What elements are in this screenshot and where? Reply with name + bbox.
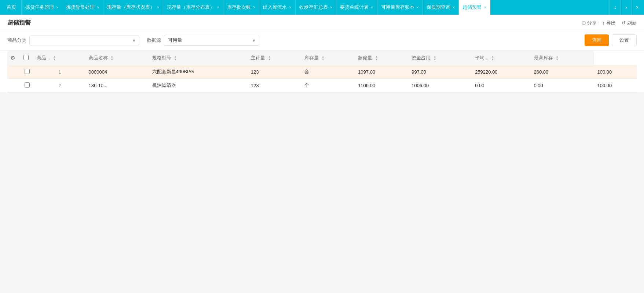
filter-bar: 商品分类 ▾ 数据源 可用量 ▾ 查询 设置 xyxy=(0,30,644,51)
row-stock: 1106.00 xyxy=(355,79,409,92)
th-spec[interactable]: 规格型号 ▲▼ xyxy=(149,51,248,65)
nav-tab-3-close[interactable]: × xyxy=(217,5,219,10)
datasource-filter: 数据源 可用量 ▾ xyxy=(147,35,259,46)
datasource-select[interactable]: 可用量 ▾ xyxy=(164,35,259,46)
datasource-label: 数据源 xyxy=(147,37,161,44)
nav-tab-7-close[interactable]: × xyxy=(371,5,373,10)
filter-buttons: 查询 设置 xyxy=(585,34,637,46)
nav-tab-0-close[interactable]: × xyxy=(56,5,58,10)
nav-tab-4[interactable]: 库存批次账 × xyxy=(223,0,259,15)
nav-tab-8[interactable]: 可用量库存账本 × xyxy=(377,0,423,15)
row-checkbox-cell xyxy=(21,65,34,79)
nav-tab-10-close[interactable]: × xyxy=(484,5,486,10)
th-gear: ⚙ xyxy=(7,51,21,65)
row-capital: 259220.00 xyxy=(472,65,531,79)
row-num: 2 xyxy=(34,79,86,92)
row-checkbox-cell xyxy=(21,79,34,92)
product-category-select[interactable]: ▾ xyxy=(29,36,139,45)
row-capital: 0.00 xyxy=(472,79,531,92)
row-product-code: 186-10... xyxy=(86,79,149,92)
row-checkbox-0[interactable] xyxy=(25,69,30,74)
th-product-name[interactable]: 商品名称 ▲▼ xyxy=(86,51,149,65)
nav-bar: 首页 拣货任务管理 × 拣货异常处理 × 现存量（库存状况表） × 现存量（库存… xyxy=(0,0,644,15)
th-capital[interactable]: 资金占用 ▲▼ xyxy=(409,51,472,65)
row-product-name: 六配套新昌490BPG xyxy=(149,65,248,79)
row-unit: 套 xyxy=(301,65,355,79)
product-category-label: 商品分类 xyxy=(7,37,26,44)
nav-tab-10[interactable]: 超储预警 × xyxy=(459,0,490,15)
sort-icon-avg: ▲▼ xyxy=(491,55,494,61)
th-stock[interactable]: 库存量 ▲▼ xyxy=(301,51,355,65)
sort-icon-capital: ▲▼ xyxy=(433,55,436,61)
nav-arrow-right[interactable]: › xyxy=(621,0,632,15)
row-gear-cell xyxy=(7,79,21,92)
row-max-stock: 100.00 xyxy=(594,65,637,79)
table-row: 1 0000004 六配套新昌490BPG 123 套 1097.00 997.… xyxy=(7,65,637,79)
nav-tab-8-close[interactable]: × xyxy=(417,5,419,10)
product-category-filter: 商品分类 ▾ xyxy=(7,36,139,45)
gear-icon[interactable]: ⚙ xyxy=(10,55,15,61)
nav-tab-7[interactable]: 要货单统计表 × xyxy=(336,0,377,15)
row-spec: 123 xyxy=(248,79,301,92)
nav-arrow-close[interactable]: × xyxy=(632,0,643,15)
nav-tab-6-close[interactable]: × xyxy=(330,5,332,10)
nav-tab-6[interactable]: 收发存汇总表 × xyxy=(296,0,336,15)
export-button[interactable]: ↑ 导出 xyxy=(603,20,616,26)
table-body: 1 0000004 六配套新昌490BPG 123 套 1097.00 997.… xyxy=(7,65,637,92)
share-button[interactable]: ⬡ 分享 xyxy=(582,20,597,26)
page-title: 超储预警 xyxy=(7,19,31,27)
row-product-code: 0000004 xyxy=(86,65,149,79)
refresh-icon: ↺ xyxy=(622,20,626,26)
settings-button[interactable]: 设置 xyxy=(612,34,637,46)
nav-arrows: ‹ › × xyxy=(610,0,643,15)
chevron-down-icon-2: ▾ xyxy=(253,38,255,43)
chevron-down-icon: ▾ xyxy=(133,38,135,43)
nav-tab-4-close[interactable]: × xyxy=(253,5,255,10)
th-avg[interactable]: 平均... ▲▼ xyxy=(472,51,531,65)
th-max-stock[interactable]: 最高库存 ▲▼ xyxy=(531,51,594,65)
nav-tab-1[interactable]: 拣货异常处理 × xyxy=(62,0,103,15)
th-product-code[interactable]: 商品... ▲▼ xyxy=(34,51,86,65)
refresh-button[interactable]: ↺ 刷新 xyxy=(622,20,637,26)
share-icon: ⬡ xyxy=(582,20,586,26)
nav-tab-5[interactable]: 出入库流水 × xyxy=(259,0,295,15)
sort-icon-max: ▲▼ xyxy=(556,55,559,61)
nav-tab-3[interactable]: 现存量（库存分布表） × xyxy=(163,0,223,15)
query-button[interactable]: 查询 xyxy=(585,34,609,46)
nav-tab-2[interactable]: 现存量（库存状况表） × xyxy=(103,0,163,15)
export-icon: ↑ xyxy=(603,20,605,26)
page-header: 超储预警 ⬡ 分享 ↑ 导出 ↺ 刷新 xyxy=(0,15,644,30)
row-stock: 1097.00 xyxy=(355,65,409,79)
sort-icon-stock: ▲▼ xyxy=(322,55,325,61)
row-overstock: 1006.00 xyxy=(409,79,472,92)
sort-icon-overstock: ▲▼ xyxy=(375,55,378,61)
nav-home[interactable]: 首页 xyxy=(1,0,22,15)
row-gear-cell xyxy=(7,65,21,79)
row-unit: 个 xyxy=(301,79,355,92)
sort-icon-unit: ▲▼ xyxy=(268,55,271,61)
th-checkbox xyxy=(21,51,34,65)
nav-arrow-left[interactable]: ‹ xyxy=(610,0,621,15)
select-all-checkbox[interactable] xyxy=(23,55,29,60)
row-overstock: 997.00 xyxy=(409,65,472,79)
header-actions: ⬡ 分享 ↑ 导出 ↺ 刷新 xyxy=(582,20,637,26)
nav-tab-0[interactable]: 拣货任务管理 × xyxy=(22,0,62,15)
row-checkbox-1[interactable] xyxy=(25,82,30,88)
nav-tab-2-close[interactable]: × xyxy=(157,5,159,10)
table-row: 2 186-10... 机油滤清器 123 个 1106.00 1006.00 … xyxy=(7,79,637,92)
nav-tab-9[interactable]: 保质期查询 × xyxy=(423,0,459,15)
th-overstock[interactable]: 超储量 ▲▼ xyxy=(355,51,409,65)
nav-tab-9-close[interactable]: × xyxy=(453,5,455,10)
sort-icon-spec: ▲▼ xyxy=(174,55,177,61)
row-avg: 0.00 xyxy=(531,79,594,92)
row-spec: 123 xyxy=(248,65,301,79)
row-avg: 260.00 xyxy=(531,65,594,79)
nav-tab-5-close[interactable]: × xyxy=(289,5,291,10)
nav-tab-1-close[interactable]: × xyxy=(97,5,99,10)
row-product-name: 机油滤清器 xyxy=(149,79,248,92)
sort-icon: ▲▼ xyxy=(53,55,56,61)
data-table: ⚙ 商品... ▲▼ 商品名称 ▲▼ 规格型号 ▲▼ 主计 xyxy=(7,51,637,92)
th-unit[interactable]: 主计量 ▲▼ xyxy=(248,51,301,65)
sort-icon-name: ▲▼ xyxy=(110,55,113,61)
datasource-value: 可用量 xyxy=(168,37,182,44)
